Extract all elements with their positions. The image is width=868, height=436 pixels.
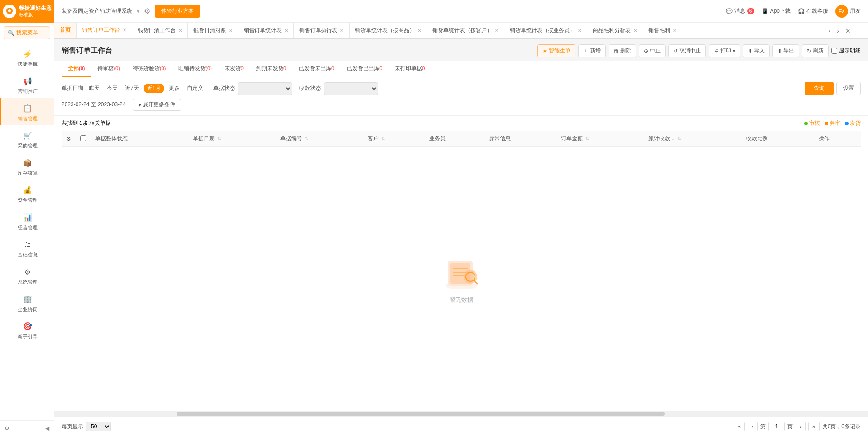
online-service-action[interactable]: 🎧 在线客服 xyxy=(798,7,828,15)
date-quick-today[interactable]: 今天 xyxy=(104,84,120,93)
show-detail-checkbox[interactable] xyxy=(831,48,837,54)
filter-tab-pending-review[interactable]: 待审核(0) xyxy=(91,61,126,77)
new-btn[interactable]: ＋ 新增 xyxy=(578,44,606,57)
scrollbar-thumb[interactable] xyxy=(177,412,665,416)
message-action[interactable]: 💬 消息 6 xyxy=(726,7,754,15)
sidebar-item-marketing[interactable]: 📢 营销推广 xyxy=(0,71,54,98)
tab-close-cash-reconcile[interactable]: ✕ xyxy=(229,28,232,33)
delete-btn[interactable]: 🗑 删除 xyxy=(609,44,636,57)
sidebar-item-sales[interactable]: 📋 销售管理 xyxy=(0,98,54,125)
page-input[interactable] xyxy=(768,422,785,431)
sidebar-item-finance[interactable]: 💰 资金管理 xyxy=(0,180,54,207)
user-action[interactable]: Ea 用友 xyxy=(835,5,861,18)
filter-tab-pending-inspect[interactable]: 待拣货验货(0) xyxy=(126,61,172,77)
tab-gross-margin[interactable]: 商品毛利分析表 ✕ xyxy=(587,23,643,38)
status-select[interactable] xyxy=(238,82,292,95)
ship-action-btn[interactable]: 发货 xyxy=(845,119,861,127)
filter-tab-not-printed[interactable]: 未打印单据0 xyxy=(388,61,431,77)
first-page-btn[interactable]: « xyxy=(734,422,745,431)
page-size-select[interactable]: 50 20 100 xyxy=(86,422,111,431)
tab-cash-daily[interactable]: 钱货日清工作台 ✕ xyxy=(132,23,188,38)
filter-tab-all[interactable]: 全部(0) xyxy=(62,61,91,77)
tab-scroll-left[interactable]: ‹ xyxy=(826,25,834,36)
filter-tab-wangpu-ship[interactable]: 旺铺待发货(0) xyxy=(172,61,218,77)
export-btn[interactable]: ⬆ 导出 xyxy=(772,44,799,57)
tab-close-cash-daily[interactable]: ✕ xyxy=(178,28,182,33)
refresh-btn[interactable]: ↻ 刷新 xyxy=(802,44,829,57)
filter-tab-shipped-out[interactable]: 已发货已出库0 xyxy=(340,61,388,77)
print-dropdown-arrow[interactable]: ▾ xyxy=(733,48,735,54)
filter-tab-shipped-not-out[interactable]: 已发货未出库0 xyxy=(293,61,340,77)
tab-stats-product[interactable]: 销货单统计表（按商品） ✕ xyxy=(350,23,427,38)
tab-close-all[interactable]: ✕ xyxy=(843,25,854,36)
query-btn[interactable]: 查询 xyxy=(805,82,834,95)
col-number[interactable]: 单据编号 ⇅ xyxy=(276,131,363,147)
date-quick-7days[interactable]: 近7天 xyxy=(122,84,142,93)
tab-close-product[interactable]: ✕ xyxy=(417,28,421,33)
tab-stats-staff[interactable]: 销货单统计表（按业务员） ✕ xyxy=(504,23,587,38)
next-page-btn[interactable]: › xyxy=(796,422,806,431)
tab-sales-order-exec[interactable]: 销售订单执行表 ✕ xyxy=(294,23,350,38)
app-download-action[interactable]: 📱 App下载 xyxy=(762,7,791,15)
search-menu-button[interactable]: 🔍 搜索菜单 xyxy=(4,26,50,39)
tab-close-gross[interactable]: ✕ xyxy=(633,28,637,33)
print-btn[interactable]: 🖨 打印 ▾ xyxy=(709,44,740,57)
sidebar-item-system[interactable]: ⚙ 系统管理 xyxy=(0,261,54,289)
tab-close-sales-order[interactable]: ✕ xyxy=(123,28,126,33)
col-staff[interactable]: 业务员 xyxy=(425,131,484,147)
select-all-checkbox[interactable] xyxy=(80,135,86,141)
expand-conditions-btn[interactable]: ▾ 展开更多条件 xyxy=(133,99,181,111)
tab-cash-reconcile[interactable]: 钱货日清对账 ✕ xyxy=(188,23,238,38)
cancel-stop-btn[interactable]: ↺ 取消中止 xyxy=(668,44,706,57)
date-quick-more[interactable]: 更多 xyxy=(166,84,182,93)
sidebar-item-purchase[interactable]: 🛒 采购管理 xyxy=(0,125,54,152)
tab-scroll-right[interactable]: › xyxy=(834,25,842,36)
date-quick-1month[interactable]: 近1月 xyxy=(144,84,165,93)
col-customer[interactable]: 客户 ⇅ xyxy=(363,131,425,147)
tab-home[interactable]: 首页 xyxy=(54,23,77,38)
sidebar-collapse-icon[interactable]: ◀ xyxy=(45,425,49,431)
sidebar-item-guide[interactable]: 🎯 新手引导 xyxy=(0,316,54,343)
sidebar-item-enterprise[interactable]: 🏢 企业协同 xyxy=(0,289,54,316)
header-settings-icon[interactable]: ⚙ xyxy=(144,7,150,15)
col-settings[interactable]: ⚙ xyxy=(62,131,76,147)
stop-btn[interactable]: ⊙ 中止 xyxy=(639,44,666,57)
import-btn[interactable]: ⬇ 导入 xyxy=(743,44,770,57)
show-detail-label[interactable]: 显示明细 xyxy=(831,47,861,55)
header-dropdown-arrow[interactable]: ▾ xyxy=(137,8,139,14)
filter-tab-not-shipped[interactable]: 未发货0 xyxy=(218,61,250,77)
industry-btn[interactable]: 体验行业方案 xyxy=(155,5,200,18)
date-quick-custom[interactable]: 自定义 xyxy=(184,84,206,93)
tab-maximize[interactable]: ⛶ xyxy=(854,25,866,36)
sidebar-item-basic-info[interactable]: 🗂 基础信息 xyxy=(0,234,54,261)
filter-tab-expired[interactable]: 到期未发货0 xyxy=(250,61,293,77)
tab-close-exec[interactable]: ✕ xyxy=(340,28,344,33)
logo-text: 畅捷通好生意 标准版 xyxy=(19,5,52,18)
tab-close-stats[interactable]: ✕ xyxy=(284,28,288,33)
horizontal-scrollbar[interactable] xyxy=(54,411,868,417)
tab-close-profit[interactable]: ✕ xyxy=(673,28,676,33)
set-btn[interactable]: 设置 xyxy=(836,82,861,95)
tab-close-staff[interactable]: ✕ xyxy=(578,28,581,33)
payment-select[interactable] xyxy=(324,82,378,95)
col-collected[interactable]: 累计收款... ⇅ xyxy=(644,131,742,147)
col-amount[interactable]: 订单金额 ⇅ xyxy=(556,131,644,147)
review-action-btn[interactable]: 审核 xyxy=(804,119,820,127)
cancel-review-action-btn[interactable]: 弃审 xyxy=(825,119,840,127)
sidebar-item-operations[interactable]: 📊 经营管理 xyxy=(0,207,54,234)
date-quick-yesterday[interactable]: 昨天 xyxy=(86,84,102,93)
tab-close-customer[interactable]: ✕ xyxy=(495,28,499,33)
sidebar-item-inventory[interactable]: 📦 库存核算 xyxy=(0,152,54,180)
tab-stats-customer[interactable]: 销货单统计表（按客户） ✕ xyxy=(427,23,504,38)
sidebar-item-quick-nav[interactable]: ⚡ 快捷导航 xyxy=(0,43,54,71)
col-date[interactable]: 单据日期 ⇅ xyxy=(188,131,276,147)
tab-sales-order-workbench[interactable]: 销售订单工作台 ✕ xyxy=(77,23,132,38)
sidebar-settings-icon[interactable]: ⚙ xyxy=(5,425,10,431)
last-page-btn[interactable]: » xyxy=(808,422,820,431)
prev-page-btn[interactable]: ‹ xyxy=(748,422,758,431)
logo-icon xyxy=(3,5,16,18)
page-header: 销售订单工作台 ★ 智能生单 ＋ 新增 🗑 删除 ⊙ 中止 xyxy=(54,39,868,61)
tab-sales-order-stats[interactable]: 销售订单统计表 ✕ xyxy=(238,23,294,38)
smart-create-btn[interactable]: ★ 智能生单 xyxy=(537,44,575,57)
tab-sales-profit[interactable]: 销售毛利 ✕ xyxy=(643,23,682,38)
